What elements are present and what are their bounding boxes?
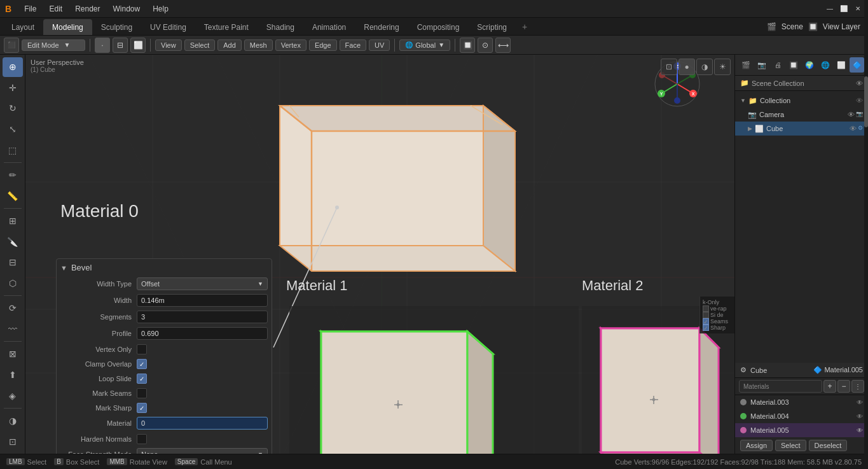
tab-compositing[interactable]: Compositing	[408, 19, 469, 35]
menu-render[interactable]: Render	[70, 3, 105, 15]
right-panel-scrollbar[interactable]	[864, 0, 868, 469]
scrollbar-thumb[interactable]	[864, 76, 868, 127]
prop-icon-world[interactable]: 🌐	[818, 57, 832, 73]
close-button[interactable]: ✕	[853, 4, 863, 14]
tool-smooth[interactable]: 〰	[3, 319, 23, 339]
uv-button[interactable]: UV	[369, 39, 390, 51]
vertex-select-icon[interactable]: ·	[95, 38, 110, 53]
scene-name[interactable]: Scene	[782, 22, 803, 31]
tab-layout[interactable]: Layout	[3, 19, 43, 35]
vertex-only-checkbox[interactable]	[137, 344, 147, 354]
add-workspace-button[interactable]: +	[516, 18, 534, 35]
menu-window[interactable]: Window	[108, 3, 146, 15]
assign-button[interactable]: Assign	[740, 440, 773, 451]
menu-help[interactable]: Help	[148, 3, 174, 15]
edge-select-icon[interactable]: ⊟	[113, 38, 128, 53]
select-button[interactable]: Select	[184, 39, 216, 51]
material-item-004[interactable]: Material.004 👁	[735, 409, 868, 423]
select-material-button[interactable]: Select	[775, 440, 806, 451]
menu-edit[interactable]: Edit	[44, 3, 67, 15]
global-selector[interactable]: 🌐 Global ▼	[399, 39, 450, 51]
edge-button[interactable]: Edge	[309, 39, 337, 51]
tool-poly-build[interactable]: ⬡	[3, 274, 23, 293]
tab-scripting[interactable]: Scripting	[468, 19, 516, 35]
cube-visibility-icon[interactable]: 👁	[850, 125, 857, 132]
prop-icon-render[interactable]: 📷	[755, 57, 769, 73]
material-shading-button[interactable]: ◑	[696, 59, 713, 75]
maximize-button[interactable]: ⬜	[839, 4, 849, 14]
tool-inset[interactable]: ⊠	[3, 344, 23, 364]
mark-sharp-checkbox[interactable]: ✓	[137, 403, 147, 413]
mesh-button[interactable]: Mesh	[244, 39, 273, 51]
outliner-item-collection[interactable]: ▼ 📁 Collection 👁	[735, 94, 868, 108]
prop-icon-scene2[interactable]: 🌍	[803, 57, 817, 73]
tool-measure[interactable]: 📏	[3, 186, 23, 206]
material-add-button[interactable]: +	[823, 380, 836, 393]
mini-checkbox-sharp[interactable]: ✓	[703, 325, 709, 331]
material-item-003[interactable]: Material.003 👁	[735, 395, 868, 409]
segments-input[interactable]: 3	[137, 311, 268, 323]
deselect-material-button[interactable]: Deselect	[809, 440, 848, 451]
material-remove-button[interactable]: −	[837, 380, 850, 393]
camera-visibility-icon[interactable]: 👁	[848, 111, 855, 118]
tool-knife[interactable]: 🔪	[3, 232, 23, 251]
rendered-shading-button[interactable]: ☀	[714, 59, 731, 75]
tool-shading[interactable]: ◑	[3, 411, 23, 431]
tool-transform[interactable]: ⬚	[3, 140, 23, 160]
outliner-item-cube[interactable]: ▶ ⬜ Cube 👁 ⚙	[735, 122, 868, 136]
width-input[interactable]: 0.146m	[137, 294, 268, 307]
face-select-icon[interactable]: ⬜	[130, 38, 146, 53]
mark-seams-checkbox[interactable]	[137, 388, 147, 398]
tool-cursor[interactable]: ⊕	[3, 57, 23, 77]
material-item-005[interactable]: Material.005 👁	[735, 423, 868, 437]
vertex-button[interactable]: Vertex	[275, 39, 307, 51]
mode-selector[interactable]: Edit Mode ▼	[22, 39, 85, 51]
face-button[interactable]: Face	[340, 39, 366, 51]
mini-checkbox-side[interactable]	[703, 312, 709, 318]
loop-slide-checkbox[interactable]: ✓	[137, 374, 147, 384]
mini-checkbox-seams[interactable]: ✓	[703, 318, 709, 325]
tab-animation[interactable]: Animation	[303, 19, 355, 35]
profile-input[interactable]: 0.690	[137, 327, 268, 340]
width-type-dropdown[interactable]: Offset ▼	[137, 277, 268, 290]
harden-normals-checkbox[interactable]	[137, 434, 147, 444]
mini-checkbox-verap[interactable]	[703, 305, 709, 312]
tool-annotate[interactable]: ✏	[3, 165, 23, 185]
face-strength-dropdown[interactable]: None ▼	[137, 448, 268, 454]
tool-spin[interactable]: ⟳	[3, 298, 23, 318]
tool-rotate[interactable]: ↻	[3, 99, 23, 118]
prop-icon-scene[interactable]: 🎬	[739, 57, 754, 73]
tab-rendering[interactable]: Rendering	[355, 19, 408, 35]
prop-icon-output[interactable]: 🖨	[771, 57, 785, 73]
outliner-visibility-icon[interactable]: 👁	[856, 80, 863, 87]
mirror-icon[interactable]: ⟷	[495, 38, 511, 53]
tool-move[interactable]: ✛	[3, 78, 23, 98]
tool-bevel[interactable]: ◈	[3, 386, 23, 405]
tool-extrude[interactable]: ⬆	[3, 365, 23, 385]
proportional-icon[interactable]: ⊙	[478, 38, 493, 53]
tool-loop-cut[interactable]: ⊞	[3, 211, 23, 231]
snap-icon[interactable]: 🔲	[460, 38, 475, 53]
tool-bisect[interactable]: ⊟	[3, 253, 23, 272]
material-input[interactable]: 0	[137, 417, 268, 430]
bevel-collapse-icon[interactable]: ▼	[60, 264, 67, 272]
tab-uv-editing[interactable]: UV Editing	[141, 19, 195, 35]
prop-icon-material[interactable]: 🔷	[850, 57, 864, 73]
menu-file[interactable]: File	[19, 3, 41, 15]
tab-texture-paint[interactable]: Texture Paint	[195, 19, 258, 35]
viewport-3d[interactable]: User Perspective (1) Cube Material 0	[25, 55, 734, 454]
view-button[interactable]: View	[155, 39, 182, 51]
tab-shading[interactable]: Shading	[258, 19, 303, 35]
wireframe-shading-button[interactable]: ⊡	[661, 59, 677, 75]
prop-icon-object[interactable]: ⬜	[834, 57, 848, 73]
solid-shading-button[interactable]: ●	[679, 59, 695, 75]
tab-modeling[interactable]: Modeling	[43, 19, 92, 35]
clamp-overlap-checkbox[interactable]: ✓	[137, 359, 147, 369]
tab-sculpting[interactable]: Sculpting	[92, 19, 141, 35]
viewlayer-name[interactable]: View Layer	[823, 22, 860, 31]
material-dotmenu-button[interactable]: ⋮	[851, 380, 864, 393]
tool-uvs[interactable]: ⊡	[3, 431, 23, 451]
collection-visibility-icon[interactable]: 👁	[856, 97, 863, 104]
outliner-item-camera[interactable]: 📷 Camera 👁 📷	[735, 108, 868, 122]
prop-icon-viewlayer[interactable]: 🔲	[787, 57, 801, 73]
